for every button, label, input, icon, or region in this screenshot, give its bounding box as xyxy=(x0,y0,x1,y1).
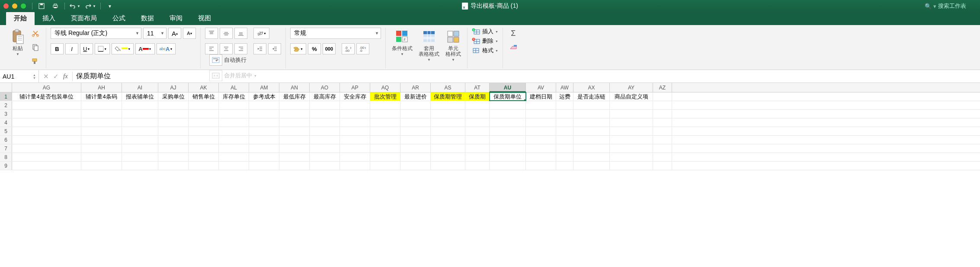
cell[interactable] xyxy=(81,110,122,118)
cell[interactable] xyxy=(370,110,400,118)
merge-center-button[interactable]: 合并后居中 ▼ xyxy=(209,70,257,81)
ribbon-tab[interactable]: 插入 xyxy=(35,12,63,25)
cell[interactable] xyxy=(310,118,340,127)
cell[interactable] xyxy=(340,153,370,161)
column-header[interactable]: AW xyxy=(556,83,573,92)
cell[interactable] xyxy=(122,127,158,135)
cell[interactable] xyxy=(490,101,526,109)
cell[interactable] xyxy=(400,162,431,170)
cell[interactable] xyxy=(310,127,340,135)
cell[interactable] xyxy=(573,144,610,153)
column-header[interactable]: AM xyxy=(249,83,279,92)
cell[interactable] xyxy=(279,136,310,144)
maximize-window[interactable] xyxy=(21,3,26,9)
cell[interactable] xyxy=(653,92,672,101)
cell[interactable] xyxy=(189,153,219,161)
font-size-combo[interactable]: 11▼ xyxy=(143,28,167,39)
cell[interactable] xyxy=(653,127,672,135)
row-header[interactable]: 6 xyxy=(0,136,12,144)
column-header[interactable]: AH xyxy=(81,83,122,92)
comma-button[interactable]: 000 xyxy=(323,43,336,54)
spreadsheet-grid[interactable]: AGAHAIAJAKALAMANAOAPAQARASATAUAVAWAXAYAZ… xyxy=(0,83,980,170)
redo-icon[interactable]: ▼ xyxy=(85,2,96,10)
cell[interactable] xyxy=(219,101,249,109)
orientation-button[interactable]: ab ▼ xyxy=(253,28,269,39)
cell[interactable]: 最低库存 xyxy=(279,92,310,101)
cell[interactable] xyxy=(81,144,122,153)
column-header[interactable]: AV xyxy=(526,83,556,92)
row-header[interactable]: 8 xyxy=(0,153,12,161)
formula-input[interactable]: 保质期单位 xyxy=(73,72,980,81)
column-header[interactable]: AU xyxy=(490,83,526,92)
align-bottom-button[interactable] xyxy=(234,28,247,39)
column-header[interactable]: AZ xyxy=(653,83,672,92)
percent-button[interactable]: % xyxy=(308,43,321,54)
cell[interactable] xyxy=(573,101,610,109)
cell[interactable] xyxy=(219,127,249,135)
column-header[interactable]: AK xyxy=(189,83,219,92)
cell[interactable] xyxy=(431,101,465,109)
cancel-formula-icon[interactable]: ✕ xyxy=(43,73,49,80)
cell[interactable] xyxy=(610,118,653,127)
cell[interactable] xyxy=(465,144,490,153)
cell[interactable] xyxy=(526,144,556,153)
cell[interactable] xyxy=(249,127,279,135)
cell[interactable] xyxy=(490,118,526,127)
column-header[interactable]: AP xyxy=(340,83,370,92)
column-header[interactable]: AI xyxy=(122,83,158,92)
cell[interactable] xyxy=(158,153,189,161)
search-box[interactable]: 🔍 ▾ 搜索工作表 xyxy=(925,2,977,10)
cell[interactable]: 保质期 xyxy=(465,92,490,101)
align-middle-button[interactable] xyxy=(220,28,233,39)
cell[interactable]: 是否走冻链 xyxy=(573,92,610,101)
cell[interactable] xyxy=(189,162,219,170)
increase-indent-button[interactable] xyxy=(268,43,281,54)
currency-button[interactable]: ▼ xyxy=(290,43,306,54)
cell[interactable] xyxy=(431,136,465,144)
cell[interactable] xyxy=(158,136,189,144)
cell[interactable]: 运费 xyxy=(556,92,573,101)
column-header[interactable]: AS xyxy=(431,83,465,92)
cell[interactable] xyxy=(219,110,249,118)
align-left-button[interactable] xyxy=(205,43,218,54)
cell[interactable] xyxy=(526,110,556,118)
autosum-button[interactable]: Σ xyxy=(507,28,519,39)
cell[interactable]: 建档日期 xyxy=(526,92,556,101)
cell[interactable] xyxy=(653,153,672,161)
cell[interactable] xyxy=(465,136,490,144)
ribbon-tab[interactable]: 视图 xyxy=(190,12,219,25)
cell[interactable]: 报表辅单位 xyxy=(122,92,158,101)
cell[interactable]: 辅计量4条码 xyxy=(81,92,122,101)
cell[interactable] xyxy=(526,153,556,161)
row-header[interactable]: 1 xyxy=(0,92,12,101)
cell[interactable] xyxy=(653,136,672,144)
cell[interactable] xyxy=(158,110,189,118)
cell[interactable] xyxy=(573,153,610,161)
cell[interactable]: 保质期单位 xyxy=(490,92,526,101)
cell[interactable] xyxy=(610,101,653,109)
copy-button[interactable] xyxy=(29,41,42,53)
cell[interactable] xyxy=(490,144,526,153)
cell[interactable] xyxy=(573,127,610,135)
cell[interactable] xyxy=(310,162,340,170)
cell[interactable] xyxy=(122,136,158,144)
cut-button[interactable] xyxy=(29,28,42,39)
cell[interactable] xyxy=(526,127,556,135)
cell[interactable]: 最高库存 xyxy=(310,92,340,101)
cell[interactable] xyxy=(12,118,81,127)
name-box[interactable]: AU1 ▲▼ xyxy=(0,70,39,83)
cell[interactable] xyxy=(465,153,490,161)
cell[interactable] xyxy=(310,110,340,118)
cell[interactable] xyxy=(340,162,370,170)
align-top-button[interactable] xyxy=(205,28,218,39)
wrap-text-button[interactable]: 自动换行 xyxy=(209,54,247,66)
cell[interactable]: 保质期管理 xyxy=(431,92,465,101)
cell[interactable] xyxy=(122,110,158,118)
cell[interactable] xyxy=(556,110,573,118)
format-painter-button[interactable] xyxy=(29,55,42,67)
cell[interactable] xyxy=(279,127,310,135)
row-header[interactable]: 5 xyxy=(0,127,12,135)
paste-button[interactable]: 粘贴 ▼ xyxy=(9,28,27,57)
cell[interactable] xyxy=(573,118,610,127)
cell[interactable] xyxy=(400,118,431,127)
